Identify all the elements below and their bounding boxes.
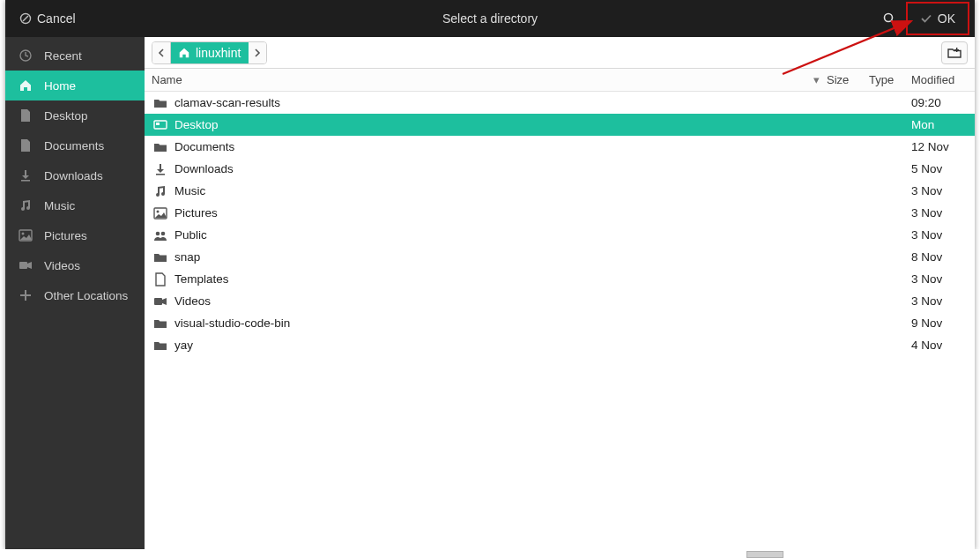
sidebar-item-label: Desktop: [44, 109, 88, 123]
file-icon: [18, 138, 33, 153]
new-folder-button[interactable]: [941, 41, 968, 64]
svg-point-7: [22, 233, 25, 235]
file-name: Desktop: [174, 118, 827, 131]
ok-button[interactable]: OK: [911, 5, 964, 32]
svg-rect-14: [156, 123, 160, 125]
file-row[interactable]: Videos3 Nov: [145, 290, 975, 312]
desktop-icon: [152, 118, 169, 132]
cancel-button[interactable]: Cancel: [11, 5, 85, 32]
path-segment-label: linuxhint: [196, 46, 241, 60]
file-name: Pictures: [174, 206, 827, 219]
sidebar-item-pictures[interactable]: Pictures: [5, 220, 145, 250]
sidebar-item-music[interactable]: Music: [5, 190, 145, 220]
path-segment-home[interactable]: linuxhint: [171, 42, 249, 63]
file-icon: [18, 108, 33, 123]
svg-rect-5: [21, 180, 30, 182]
file-row[interactable]: snap8 Nov: [145, 246, 975, 268]
download-icon: [152, 162, 169, 176]
music-icon: [18, 197, 33, 213]
file-name: Downloads: [174, 162, 827, 175]
column-modified[interactable]: Modified: [911, 73, 968, 86]
sidebar-item-label: Documents: [44, 139, 104, 153]
path-forward-button[interactable]: [249, 42, 266, 63]
svg-point-18: [156, 231, 160, 235]
file-row[interactable]: Public3 Nov: [145, 224, 975, 246]
ok-highlight-box: OK: [906, 2, 969, 35]
sidebar-item-recent[interactable]: Recent: [5, 41, 145, 71]
svg-line-1: [23, 16, 28, 21]
file-row[interactable]: Downloads5 Nov: [145, 158, 975, 180]
public-icon: [152, 228, 169, 242]
video-icon: [18, 257, 33, 273]
path-bar: linuxhint: [145, 37, 975, 69]
column-size[interactable]: Size: [827, 73, 869, 86]
column-type[interactable]: Type: [869, 73, 911, 86]
cancel-icon: [19, 12, 32, 25]
sidebar-item-label: Other Locations: [44, 289, 128, 302]
sidebar-item-videos[interactable]: Videos: [5, 250, 145, 280]
places-sidebar: Recent Home Desktop Documents Downloads …: [5, 37, 145, 550]
svg-point-19: [161, 231, 166, 235]
folder-icon: [152, 140, 169, 154]
file-modified: 5 Nov: [911, 162, 968, 175]
file-row[interactable]: yay4 Nov: [145, 334, 975, 356]
file-name: Public: [174, 228, 827, 242]
file-row[interactable]: Pictures3 Nov: [145, 202, 975, 224]
desktop-strip: [0, 549, 980, 558]
folder-icon: [152, 316, 169, 331]
file-row[interactable]: Templates3 Nov: [145, 268, 975, 290]
new-folder-icon: [947, 47, 961, 59]
home-icon: [178, 47, 190, 59]
file-modified: 3 Nov: [911, 294, 968, 308]
sidebar-item-label: Recent: [44, 49, 82, 63]
svg-line-3: [891, 21, 895, 25]
file-modified: 9 Nov: [911, 316, 968, 330]
file-pane: linuxhint Name ▾ Size Type Modified: [145, 37, 975, 550]
sidebar-item-label: Downloads: [44, 169, 103, 182]
file-name: Music: [174, 184, 827, 197]
file-row[interactable]: DesktopMon: [145, 114, 975, 136]
search-icon: [882, 11, 896, 26]
file-modified: 3 Nov: [911, 228, 968, 242]
path-back-button[interactable]: [152, 42, 171, 63]
file-name: yay: [174, 339, 827, 352]
file-name: Documents: [174, 140, 827, 153]
dialog-title: Select a directory: [5, 11, 975, 26]
sidebar-item-other-locations[interactable]: Other Locations: [5, 280, 145, 310]
svg-rect-10: [20, 294, 31, 296]
file-name: Templates: [174, 272, 827, 286]
file-chooser-dialog: Cancel Select a directory OK: [5, 0, 975, 550]
pictures-icon: [152, 206, 169, 220]
svg-rect-20: [154, 298, 162, 305]
search-button[interactable]: [874, 5, 904, 32]
file-modified: 12 Nov: [911, 140, 968, 153]
header-bar: Cancel Select a directory OK: [5, 0, 975, 37]
file-row[interactable]: Music3 Nov: [145, 180, 975, 202]
column-headers: Name ▾ Size Type Modified: [145, 69, 975, 92]
file-row[interactable]: clamav-scan-results09:20: [145, 92, 975, 114]
file-modified: 4 Nov: [911, 339, 968, 352]
file-name: visual-studio-code-bin: [174, 316, 827, 330]
file-row[interactable]: Documents12 Nov: [145, 136, 975, 158]
breadcrumb: linuxhint: [152, 41, 267, 64]
file-name: clamav-scan-results: [174, 96, 827, 109]
clock-icon: [18, 48, 33, 63]
sidebar-item-documents[interactable]: Documents: [5, 130, 145, 160]
ok-label: OK: [938, 11, 955, 26]
file-row[interactable]: visual-studio-code-bin9 Nov: [145, 312, 975, 334]
folder-icon: [152, 250, 169, 264]
sidebar-item-home[interactable]: Home: [5, 71, 145, 100]
sidebar-item-desktop[interactable]: Desktop: [5, 100, 145, 130]
sidebar-item-label: Pictures: [44, 229, 87, 242]
svg-point-2: [884, 14, 892, 22]
svg-rect-12: [954, 49, 959, 50]
file-list[interactable]: clamav-scan-results09:20DesktopMonDocume…: [145, 92, 975, 550]
sidebar-item-downloads[interactable]: Downloads: [5, 160, 145, 190]
chevron-left-icon: [158, 48, 165, 57]
svg-rect-8: [19, 262, 27, 269]
home-icon: [18, 78, 33, 93]
file-modified: Mon: [911, 118, 968, 131]
column-name[interactable]: Name ▾: [152, 73, 827, 86]
pictures-icon: [18, 227, 33, 243]
file-modified: 8 Nov: [911, 250, 968, 264]
